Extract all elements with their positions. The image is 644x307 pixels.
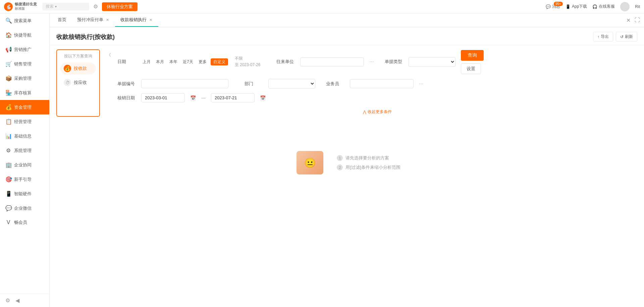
department-label: 部门 bbox=[245, 81, 263, 87]
page-header-actions: ↑ 导出 ↺ 刷新 bbox=[593, 32, 637, 42]
search-chevron-icon: ▾ bbox=[55, 5, 57, 8]
sidebar-item-search-menu[interactable]: 🔍 搜索菜单 bbox=[0, 13, 49, 28]
gear-icon[interactable]: ⚙ bbox=[93, 3, 98, 10]
doc-no-input[interactable] bbox=[141, 79, 228, 88]
sidebar-item-enterprise[interactable]: 🏢 企业协同 bbox=[0, 158, 49, 172]
sidebar-item-guide[interactable]: 🎯 新手引导 bbox=[0, 172, 49, 187]
customer-service-btn[interactable]: 🎧 在线客服 bbox=[592, 4, 615, 9]
logo-icon: 🐇 bbox=[4, 2, 13, 11]
search-menu-icon: 🔍 bbox=[5, 17, 11, 24]
topbar-right: 💬 消息 99+ 📱 App下载 🎧 在线客服 Rit bbox=[546, 2, 640, 11]
export-icon: ↑ bbox=[597, 35, 599, 39]
tab-receipt-offset-label: 收款核销执行 bbox=[120, 17, 147, 23]
date-this-year[interactable]: 本年 bbox=[168, 58, 179, 65]
sidebar-item-basic-info[interactable]: 📊 基础信息 bbox=[0, 129, 49, 143]
sidebar-item-marketing[interactable]: 📢 营销推广 bbox=[0, 42, 49, 57]
app-name: 畅捷通好生意 bbox=[15, 2, 37, 6]
collapse-sidebar-icon[interactable]: ◀ bbox=[15, 297, 19, 304]
tab-prepay[interactable]: 预付冲应付单 ✕ bbox=[72, 13, 115, 27]
finance-icon: 💰 bbox=[5, 104, 11, 110]
refresh-label: 刷新 bbox=[625, 34, 633, 40]
sidebar-item-system[interactable]: ⚙ 系统管理 bbox=[0, 143, 49, 158]
sidebar-item-hardware[interactable]: 📱 智能硬件 bbox=[0, 187, 49, 201]
tab-prepay-close-icon[interactable]: ✕ bbox=[105, 17, 110, 23]
marketing-icon: 📢 bbox=[5, 46, 11, 53]
refresh-button[interactable]: ↺ 刷新 bbox=[616, 32, 637, 42]
app-download-btn[interactable]: 📱 App下载 bbox=[566, 4, 587, 9]
page-header: 收款核销执行(按收款) ↑ 导出 ↺ 刷新 bbox=[50, 27, 644, 45]
tab-home[interactable]: 首页 bbox=[52, 13, 72, 27]
filter-option-by-receivable[interactable]: ⏱ 按应收 bbox=[60, 76, 96, 89]
sidebar-item-label: 系统管理 bbox=[14, 148, 32, 154]
sidebar-item-purchase[interactable]: 📦 采购管理 bbox=[0, 71, 49, 86]
sidebar-item-label: 基础信息 bbox=[14, 133, 32, 139]
filter-sidebar-title: 按以下方案查询 bbox=[60, 53, 96, 59]
app-edition: 标准版 bbox=[15, 6, 37, 11]
guide-icon: 🎯 bbox=[5, 176, 11, 183]
search-area[interactable]: 搜索 ▾ bbox=[42, 3, 89, 10]
tab-prepay-label: 预付冲应付单 bbox=[77, 17, 103, 23]
app-logo: 🐇 畅捷通好生意 标准版 bbox=[4, 2, 37, 11]
sidebar-item-label: 快捷导航 bbox=[14, 32, 32, 38]
doc-type-select[interactable] bbox=[409, 57, 455, 67]
settings-icon[interactable]: ⚙ bbox=[5, 297, 10, 304]
by-receivable-icon: ⏱ bbox=[64, 79, 71, 86]
operations-icon: 📋 bbox=[5, 118, 11, 125]
query-button[interactable]: 查询 bbox=[461, 50, 484, 61]
sidebar-item-quick-nav[interactable]: 🏠 快捷导航 bbox=[0, 28, 49, 42]
date-more[interactable]: 更多 bbox=[197, 58, 208, 65]
tab-receipt-offset-close-icon[interactable]: ✕ bbox=[149, 17, 153, 23]
tab-bar-right: ✕ ⛶ bbox=[625, 16, 641, 25]
sales-icon: 🛒 bbox=[5, 61, 11, 67]
counterparty-input[interactable] bbox=[300, 57, 364, 66]
tab-receipt-offset[interactable]: 收款核销执行 ✕ bbox=[115, 13, 158, 27]
inventory-icon: 🏪 bbox=[5, 90, 11, 96]
page-inner: 收款核销执行(按收款) ↑ 导出 ↺ 刷新 bbox=[50, 27, 644, 307]
filter-panel: 按以下方案查询 💰 按收款 ⏱ 按应收 《 bbox=[50, 45, 644, 121]
collapse-more-btn[interactable]: ⋀ 收起更多条件 bbox=[117, 107, 637, 117]
sidebar-item-inventory[interactable]: 🏪 库存核算 bbox=[0, 86, 49, 100]
by-receipt-icon: 💰 bbox=[64, 65, 71, 72]
date-custom[interactable]: 自定义 bbox=[211, 58, 228, 65]
page-content: 收款核销执行(按收款) ↑ 导出 ↺ 刷新 bbox=[50, 27, 644, 307]
export-button[interactable]: ↑ 导出 bbox=[593, 32, 613, 42]
counterparty-more-icon[interactable]: ··· bbox=[369, 59, 374, 65]
empty-hints: 1 请先选择要分析的方案 2 用[过滤]条件来缩小分析范围 bbox=[337, 155, 400, 170]
filter-actions: 查询 设置 bbox=[461, 49, 484, 74]
content-area: 首页 预付冲应付单 ✕ 收款核销执行 ✕ ✕ ⛶ 收款核销执行(按收款) bbox=[50, 13, 644, 307]
filter-row-2: 单据编号 部门 业务员 ··· bbox=[117, 79, 637, 89]
setting-button[interactable]: 设置 bbox=[461, 63, 481, 74]
filter-collapse-btn[interactable]: 《 bbox=[105, 49, 112, 117]
sidebar-item-member[interactable]: V 畅会员 bbox=[0, 215, 49, 229]
sidebar-item-finance[interactable]: 💰 资金管理 bbox=[0, 100, 49, 114]
refresh-icon: ↺ bbox=[620, 35, 624, 39]
message-btn[interactable]: 💬 消息 99+ bbox=[546, 4, 560, 9]
home-icon: 🏠 bbox=[5, 32, 11, 38]
empty-box: 😐 bbox=[297, 151, 323, 174]
date-this-month[interactable]: 本月 bbox=[155, 58, 165, 65]
sidebar-item-operations[interactable]: 📋 经营管理 bbox=[0, 114, 49, 129]
verify-date-end-input[interactable] bbox=[211, 93, 255, 102]
tab-close-btn[interactable]: ✕ bbox=[625, 16, 632, 25]
tab-expand-icon[interactable]: ⛶ bbox=[633, 16, 641, 24]
wechat-icon: 💬 bbox=[5, 205, 11, 211]
salesperson-more-icon[interactable]: ··· bbox=[419, 81, 423, 87]
filter-option-by-receipt[interactable]: 💰 按收款 bbox=[60, 62, 96, 74]
department-select[interactable] bbox=[268, 79, 315, 89]
hint-num-2: 2 bbox=[337, 164, 343, 170]
salesperson-input[interactable] bbox=[350, 79, 414, 88]
date-7days[interactable]: 近7天 bbox=[181, 58, 195, 65]
sidebar-item-label: 营销推广 bbox=[14, 47, 32, 53]
search-text: 搜索 bbox=[46, 4, 54, 9]
industry-btn[interactable]: 休验行业方案 bbox=[102, 2, 138, 11]
export-label: 导出 bbox=[601, 34, 609, 40]
date-shortcuts: 上月 本月 本年 近7天 更多 自定义 bbox=[141, 58, 228, 65]
filter-row-3: 核销日期 📅 — 📅 bbox=[117, 93, 637, 102]
verify-date-start-calendar-icon[interactable]: 📅 bbox=[190, 95, 196, 101]
verify-date-start-input[interactable] bbox=[141, 93, 185, 102]
verify-date-end-calendar-icon[interactable]: 📅 bbox=[260, 95, 266, 101]
sidebar-item-wechat[interactable]: 💬 企业微信 bbox=[0, 201, 49, 215]
date-label: 日期 bbox=[117, 59, 136, 65]
sidebar-item-sales[interactable]: 🛒 销售管理 bbox=[0, 57, 49, 71]
date-last-month[interactable]: 上月 bbox=[141, 58, 152, 65]
